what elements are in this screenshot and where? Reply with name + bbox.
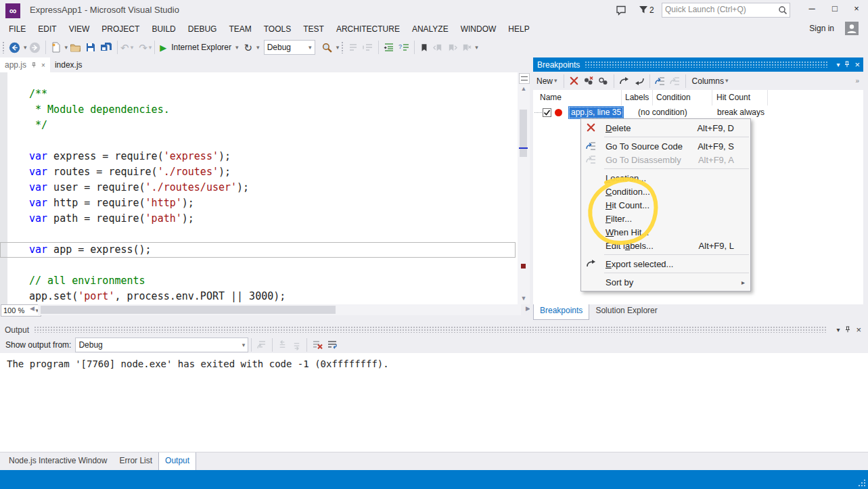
redo-caret-icon[interactable]: ▾ (149, 45, 152, 51)
feedback-icon[interactable] (616, 5, 628, 16)
menu-item-window[interactable]: WINDOW (455, 24, 503, 34)
bottom-tab-output[interactable]: Output (158, 452, 196, 471)
breakpoint-name[interactable]: app.js, line 35 (568, 106, 624, 119)
editor-horizontal-scrollbar[interactable]: ◀ ▶ (38, 304, 521, 315)
panel-close-icon[interactable]: × (854, 60, 860, 69)
menu-item-build[interactable]: BUILD (145, 24, 181, 34)
menu-item-debug[interactable]: DEBUG (182, 24, 223, 34)
refresh-caret-icon[interactable]: ▾ (256, 45, 260, 51)
context-menu-item-export-selected[interactable]: Export selected... (581, 257, 750, 271)
decrease-indent-button[interactable] (382, 39, 396, 55)
bottom-tab-node-js-interactive-window[interactable]: Node.js Interactive Window (3, 452, 113, 471)
open-file-button[interactable] (68, 39, 83, 55)
column-header-hit-count[interactable]: Hit Count (716, 93, 750, 102)
toolbar-grip[interactable] (2, 41, 5, 53)
minimize-button[interactable]: ─ (802, 0, 822, 18)
next-message-button[interactable] (290, 337, 303, 353)
solution-configuration-combo[interactable]: Debug▾ (264, 40, 315, 55)
output-close-icon[interactable]: × (856, 325, 861, 334)
context-menu-item-go-to-source-code[interactable]: Go To Source CodeAlt+F9, S (581, 139, 750, 153)
search-icon[interactable] (778, 5, 787, 15)
output-text-area[interactable]: The program '[7760] node.exe' has exited… (0, 353, 868, 452)
previous-bookmark-button[interactable] (432, 39, 444, 55)
save-all-button[interactable] (99, 39, 114, 55)
breakpoints-title-bar[interactable]: Breakpoints ▾ × (533, 57, 863, 72)
code-editor[interactable]: /** * Module dependencies. */var express… (0, 72, 518, 304)
panel-tab-solution-explorer[interactable]: Solution Explorer (589, 304, 663, 319)
bottom-tab-error-list[interactable]: Error List (113, 452, 158, 471)
clear-all-output-button[interactable] (311, 337, 324, 353)
pin-icon[interactable] (843, 60, 851, 69)
menu-item-project[interactable]: PROJECT (95, 24, 145, 34)
context-menu-item-condition[interactable]: Condition... (581, 185, 750, 198)
clear-bookmarks-button[interactable] (460, 39, 473, 55)
scroll-up-icon[interactable]: ▲ (518, 86, 530, 92)
columns-button[interactable]: Columns ▾ (689, 76, 732, 86)
menu-item-tools[interactable]: TOOLS (258, 24, 297, 34)
panel-tab-breakpoints[interactable]: Breakpoints (533, 304, 589, 320)
close-tab-icon[interactable]: × (41, 62, 45, 69)
go-to-disassembly-button[interactable] (668, 73, 682, 89)
maximize-button[interactable]: □ (825, 0, 845, 18)
toolbar-grip-2[interactable] (341, 41, 344, 53)
context-menu-item-hit-count[interactable]: Hit Count... (581, 198, 750, 212)
editor-tab-index-js[interactable]: index.js (50, 57, 87, 72)
column-header-labels[interactable]: Labels (625, 93, 649, 102)
comment-out-button[interactable] (346, 39, 360, 55)
scroll-left-icon[interactable]: ◀ (30, 306, 35, 312)
resize-grip[interactable] (858, 479, 867, 488)
browse-target-caret-icon[interactable]: ▾ (235, 45, 239, 51)
context-menu-item-location[interactable]: Location... (581, 171, 750, 185)
context-menu-item-delete[interactable]: DeleteAlt+F9, D (581, 121, 750, 135)
next-bookmark-button[interactable] (446, 39, 459, 55)
panel-menu-caret-icon[interactable]: ▾ (836, 62, 840, 68)
toggle-all-breakpoints-button[interactable] (597, 73, 610, 89)
new-file-caret-icon[interactable]: ▾ (65, 45, 68, 51)
bookmark-button[interactable] (418, 39, 430, 55)
menu-item-file[interactable]: FILE (3, 24, 32, 34)
context-menu-item-filter[interactable]: Filter... (581, 212, 750, 225)
menu-item-edit[interactable]: EDIT (32, 24, 62, 34)
close-button[interactable]: × (846, 0, 867, 18)
output-title-bar[interactable]: Output ▾ × (0, 323, 868, 337)
navigate-back-button[interactable] (7, 39, 22, 55)
user-avatar-icon[interactable] (845, 22, 859, 35)
context-menu-item-sort-by[interactable]: Sort by▸ (581, 275, 750, 289)
editor-zoom-select[interactable]: 100 % ▾ (1, 304, 41, 317)
delete-all-breakpoints-button[interactable] (582, 73, 595, 89)
new-breakpoint-button[interactable]: New ▾ (533, 76, 561, 86)
back-dropdown-caret-icon[interactable]: ▾ (24, 45, 27, 51)
editor-tab-app-js[interactable]: app.js× (0, 57, 50, 72)
editor-vertical-scrollbar[interactable]: ▲ ▼ (518, 72, 530, 304)
menu-item-test[interactable]: TEST (297, 24, 330, 34)
undo-caret-icon[interactable]: ▾ (131, 45, 134, 51)
context-menu-item-edit-labels[interactable]: Edit labels...Alt+F9, L (581, 239, 750, 252)
menu-item-view[interactable]: VIEW (63, 24, 96, 34)
redo-button[interactable]: ↷ (139, 43, 147, 53)
output-source-combo[interactable]: Debug ▾ (75, 337, 248, 352)
go-to-source-button[interactable] (654, 73, 667, 89)
uncomment-button[interactable] (361, 39, 375, 55)
split-window-handle[interactable] (519, 73, 530, 84)
column-header-condition[interactable]: Condition (656, 93, 691, 102)
menu-item-help[interactable]: HELP (502, 24, 535, 34)
horizontal-scroll-thumb[interactable] (41, 306, 336, 314)
menu-item-team[interactable]: TEAM (223, 24, 257, 34)
undo-button[interactable]: ↶ (120, 43, 129, 53)
find-message-button[interactable] (255, 337, 269, 353)
navigate-forward-button[interactable] (28, 39, 42, 55)
format-selection-button[interactable]: ? (397, 39, 411, 55)
toolbar-overflow-caret-icon[interactable]: ▾ (475, 45, 478, 51)
breakpoint-checkbox[interactable] (543, 108, 551, 117)
column-header-name[interactable]: Name (540, 93, 562, 102)
breakpoint-row[interactable]: app.js, line 35 (no condition) break alw… (533, 106, 863, 119)
output-pin-icon[interactable] (844, 325, 852, 334)
vertical-scroll-thumb[interactable] (520, 110, 527, 157)
quick-launch-input[interactable] (662, 3, 775, 16)
import-breakpoints-button[interactable] (633, 73, 646, 89)
menu-item-analyze[interactable]: ANALYZE (406, 24, 455, 34)
export-breakpoints-button[interactable] (618, 73, 631, 89)
bp-toolbar-overflow-icon[interactable]: » (855, 78, 859, 85)
word-wrap-button[interactable] (325, 337, 339, 353)
start-debug-play-icon[interactable]: ▶ (160, 43, 166, 52)
